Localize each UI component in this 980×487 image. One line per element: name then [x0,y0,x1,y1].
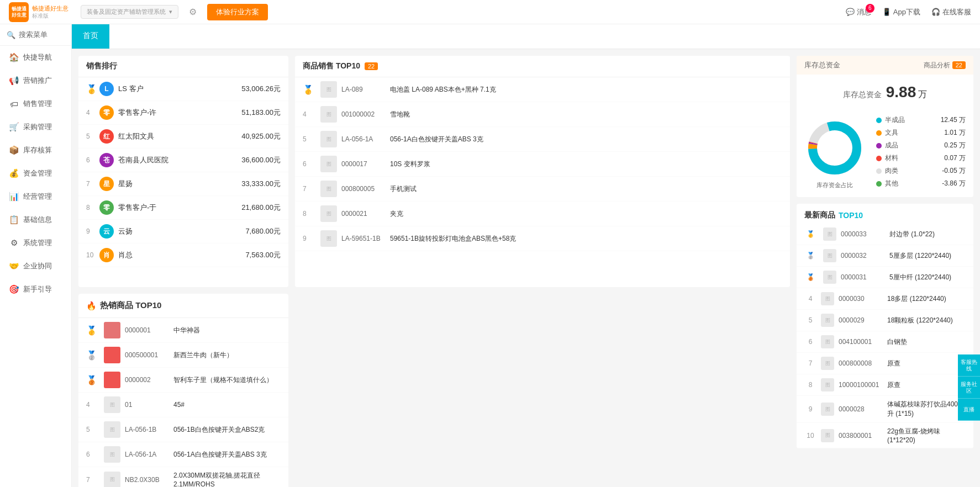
product-image-placeholder: 图 [821,378,834,391]
message-btn[interactable]: 💬 消息 6 [846,7,871,17]
right-column: 库存总资金 商品分析 22 库存总资金 9.88 万 [797,56,973,487]
list-item: 4 图 001000002 雪地靴 [295,102,790,127]
newest-products-list: 🥇 图 0000033 封边带 (1.0*22) 🥈 图 0000032 5厘多… [797,224,973,448]
newest-products-title: 最新商品 TOP10 [797,204,973,224]
list-item: 5 红 红太阳文具 40,925.00元 [78,125,288,149]
list-item: 8 图 10000100001 原查 [797,374,973,396]
inventory-card: 库存总资金 商品分析 22 库存总资金 9.88 万 [797,56,973,197]
inventory-header: 库存总资金 商品分析 22 [797,56,973,75]
list-item: 8 零 零售客户-于 21,680.00元 [78,196,288,220]
product-image-placeholder: 图 [320,230,337,247]
trial-button[interactable]: 体验行业方案 [207,4,268,20]
legend-item: 成品 0.25 万 [876,141,966,150]
sidebar-item-inventory[interactable]: 📦 库存核算 [0,139,71,162]
hot-products-list: 🥇 0000001 中华神器 🥈 000500001 新西兰牛肉（新牛） 🥉 [78,318,288,487]
sidebar-search[interactable]: 🔍 搜索菜单 [0,24,71,46]
system-icon: ⚙ [9,238,19,248]
chart-label: 库存资金占比 [804,181,865,189]
left-column: 销售排行 🥇 L LS 客户 53,006.26元 4 零 零售客户-许 51,… [78,56,288,487]
headset-icon: 🎧 [931,8,940,16]
tab-home[interactable]: 首页 [72,24,109,49]
inventory-amount: 9.88 [886,83,916,100]
product-image-placeholder: 图 [320,205,337,222]
purchase-icon: 🛒 [9,122,19,132]
list-item: 🥇 图 LA-089 电池盖 LA-089 ABS本色+黑种 7.1克 [295,77,790,102]
top-products-mid-title: 商品销售 TOP10 [303,61,360,71]
float-service-community[interactable]: 服务社区 [958,377,980,399]
product-image-placeholder: 图 [821,429,834,442]
list-item: 9 图 LA-59651-1B 59651-1B旋转投影灯电池盒ABS黑色+58… [295,226,790,251]
inventory-badge-label: 商品分析 [924,61,950,70]
sidebar-item-operations[interactable]: 📊 经营管理 [0,185,71,208]
product-image-placeholder: 图 [821,403,834,416]
newest-products-card: 最新商品 TOP10 🥇 图 0000033 封边带 (1.0*22) 🥈 图 … [797,204,973,448]
avatar: 苍 [99,153,114,167]
list-item: 🥈 000500001 新西兰牛肉（新牛） [78,343,288,368]
sidebar-item-marketing[interactable]: 📢 营销推广 [0,69,71,92]
sidebar-item-basic-info[interactable]: 📋 基础信息 [0,208,71,231]
app-download-btn[interactable]: 📱 App下载 [882,7,920,17]
float-live[interactable]: 直播 [958,399,980,421]
product-image-placeholder: 图 [821,314,834,327]
sidebar-item-finance[interactable]: 💰 资金管理 [0,162,71,185]
legend-item: 半成品 12.45 万 [876,115,966,125]
list-item: 🥇 图 0000033 封边带 (1.0*22) [797,224,973,245]
avatar: 红 [99,129,114,144]
legend-dot-finished [876,143,882,149]
list-item: 8 图 0000021 夹克 [295,202,790,226]
product-image-placeholder: 图 [320,181,337,197]
online-service-btn[interactable]: 🎧 在线客服 [931,7,971,17]
top-products-mid-list: 🥇 图 LA-089 电池盖 LA-089 ABS本色+黑种 7.1克 4 图 … [295,77,790,287]
float-customer-service[interactable]: 客服热线 [958,354,980,377]
product-image-placeholder: 图 [823,249,836,262]
enterprise-icon: 🤝 [9,261,19,271]
marketing-icon: 📢 [9,76,19,86]
float-buttons: 客服热线 服务社区 直播 [958,354,980,421]
search-icon: 🔍 [7,31,15,39]
sidebar-item-sales[interactable]: 🏷 销售管理 [0,92,71,115]
sidebar-item-guide[interactable]: 🎯 新手引导 [0,278,71,301]
list-item: 5 图 LA-056-1B 056-1B白色按键开关盒ABS2克 [78,417,288,442]
product-image-placeholder: 图 [104,421,120,438]
basic-info-icon: 📋 [9,215,19,225]
avatar: 零 [99,105,114,120]
topbar: 畅捷通好生意 畅捷通好生意 标准版 装备及固定资产辅助管理系统 ▾ ⚙ 体验行业… [0,0,980,24]
sidebar-item-system[interactable]: ⚙ 系统管理 [0,231,71,255]
message-badge: 6 [866,4,874,13]
product-image-placeholder: 图 [823,227,836,241]
sidebar-item-enterprise[interactable]: 🤝 企业协同 [0,255,71,278]
topbar-right: 💬 消息 6 📱 App下载 🎧 在线客服 [846,7,971,17]
sidebar-item-purchase[interactable]: 🛒 采购管理 [0,115,71,139]
rank-medal: 🥈 [86,350,97,361]
legend-dot-other [876,181,882,187]
settings-icon[interactable]: ⚙ [185,4,201,20]
product-image-placeholder: 图 [320,106,337,123]
legend-item: 肉类 -0.05 万 [876,166,966,176]
product-image [104,372,120,388]
inventory-badge-count: 22 [952,61,966,69]
list-item: 6 图 004100001 白钢垫 [797,331,973,353]
list-item: 🥉 图 0000031 5厘中纤 (1220*2440) [797,267,973,288]
customer-ranking-header: 销售排行 [78,56,288,77]
list-item: 10 肖 肖总 7,563.00元 [78,244,288,267]
product-image-placeholder: 图 [823,271,836,284]
list-item: 🥇 L LS 客户 53,006.26元 [78,77,288,101]
sidebar-item-home[interactable]: 🏠 快捷导航 [0,46,71,69]
products-count-badge: 22 [365,62,378,70]
rank-medal: 🥉 [86,375,97,385]
system-selector[interactable]: 装备及固定资产辅助管理系统 ▾ [81,5,178,19]
fire-icon: 🔥 [86,301,97,311]
legend-dot-semicomplete [876,118,882,123]
product-image-placeholder: 图 [821,335,834,348]
list-item: 10 图 003800001 22g鱼豆腐-烧烤味 (1*12*20) [797,423,973,448]
avatar: L [99,82,114,96]
product-image-placeholder: 图 [104,446,120,463]
product-image-placeholder: 图 [821,292,834,305]
list-item: 7 星 星扬 33,333.00元 [78,172,288,196]
list-item: 4 零 零售客户-许 51,183.00元 [78,101,288,125]
legend-dot-meat [876,168,882,174]
mid-column: 商品销售 TOP10 22 🥇 图 LA-089 电池盖 LA-089 ABS本… [295,56,790,487]
hot-products-card: 🔥 热销商品 TOP10 🥇 0000001 中华神器 🥈 000500001 [78,294,288,487]
rank-medal: 🥇 [86,325,97,336]
list-item: 5 图 0000029 18颗粒板 (1220*2440) [797,310,973,331]
